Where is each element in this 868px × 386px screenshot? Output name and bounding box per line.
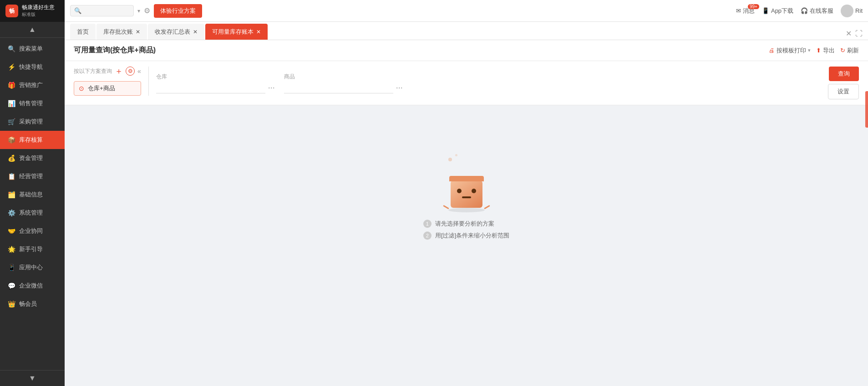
sidebar-item-basics[interactable]: 🗂️ 基础信息 (0, 185, 65, 204)
box-icon: 📦 (7, 136, 15, 144)
flash-icon: ⚡ (7, 63, 15, 71)
folder-icon: 🗂️ (7, 190, 15, 199)
sidebar-item-marketing[interactable]: 🎁 营销推广 (0, 76, 65, 94)
page-title: 可用量查询(按仓库+商品) (74, 46, 156, 55)
trial-button[interactable]: 体验行业方案 (154, 4, 202, 18)
sidebar-scroll-down[interactable]: ▼ (0, 372, 65, 384)
dropdown-chevron-icon[interactable]: ▾ (137, 8, 140, 14)
refresh-button[interactable]: ↻ 刷新 (840, 46, 859, 55)
filter-scheme-section: 按以下方案查询 ＋ ⚙ « ⊙ 仓库+商品 (74, 67, 149, 96)
settings-icon[interactable]: ⚙ (144, 6, 150, 15)
avatar (841, 5, 853, 17)
phone-icon: 📱 (7, 263, 15, 272)
filter-scheme-label: 按以下方案查询 ＋ ⚙ « (74, 67, 141, 76)
print-dropdown-icon[interactable]: ▾ (808, 47, 811, 53)
sidebar-item-enterprise[interactable]: 🤝 企业协同 (0, 222, 65, 240)
message-badge: 99+ (748, 4, 759, 9)
sidebar-item-appstore[interactable]: 📱 应用中心 (0, 258, 65, 277)
query-button[interactable]: 查询 (829, 67, 859, 81)
hint-number-2: 2 (423, 232, 431, 240)
tab-stock-summary[interactable]: 收发存汇总表 ✕ (148, 24, 204, 40)
sidebar-item-sales[interactable]: 📊 销售管理 (0, 94, 65, 113)
right-scroll-indicator[interactable] (865, 91, 868, 128)
search-icon: 🔍 (74, 7, 81, 14)
filter-fields: 仓库 ··· 商品 ··· 查询 设置 (156, 67, 859, 99)
app-version: 标准版 (22, 11, 55, 18)
topbar-search-box[interactable]: 🔍 (70, 5, 134, 16)
window-close-button[interactable]: ✕ (846, 29, 852, 38)
money-icon: 💰 (7, 154, 15, 162)
settings-button[interactable]: 设置 (828, 84, 859, 99)
sidebar-item-operations[interactable]: 📋 经营管理 (0, 167, 65, 185)
clipboard-icon: 📋 (7, 172, 15, 180)
headphone-icon: 🎧 (801, 7, 808, 14)
product-more-icon[interactable]: ··· (396, 83, 403, 93)
sidebar-item-purchase[interactable]: 🛒 采购管理 (0, 113, 65, 131)
chart-icon: 📊 (7, 99, 15, 108)
sidebar-scroll-up[interactable]: ▲ (0, 24, 65, 36)
empty-hints: 1 请先选择要分析的方案 2 用[过滤]条件来缩小分析范围 (423, 220, 509, 240)
printer-icon: 🖨 (769, 47, 775, 54)
chat-icon: 💬 (7, 282, 15, 290)
cart-icon: 🛒 (7, 118, 15, 126)
topbar-right: ✉ 消息 99+ 📱 App下载 🎧 在线客服 Rit (736, 5, 863, 17)
download-icon: 📱 (762, 7, 769, 14)
export-button[interactable]: ⬆ 导出 (816, 46, 835, 55)
tab-available-stock-close[interactable]: ✕ (256, 29, 261, 35)
filter-add-button[interactable]: ＋ (115, 67, 123, 75)
product-field: 商品 ··· (284, 73, 403, 93)
message-button[interactable]: ✉ 消息 99+ (736, 7, 755, 15)
filter-buttons: 查询 设置 (828, 67, 859, 99)
tab-batch[interactable]: 库存批次账 ✕ (96, 24, 147, 40)
refresh-icon: ↻ (840, 47, 845, 54)
sidebar-item-member[interactable]: 👑 畅会员 (0, 295, 65, 313)
warehouse-input[interactable] (156, 82, 265, 93)
tab-home[interactable]: 首页 (70, 24, 96, 40)
warehouse-more-icon[interactable]: ··· (268, 83, 275, 93)
sidebar-item-inventory[interactable]: 📦 库存核算 (0, 131, 65, 149)
app-name: 畅康通好生意 (22, 4, 55, 11)
filter-scheme-item[interactable]: ⊙ 仓库+商品 (74, 81, 141, 96)
sidebar-nav: 🔍 搜索菜单 ⚡ 快捷导航 🎁 营销推广 📊 销售管理 🛒 采购管理 📦 库存核… (0, 38, 65, 370)
sidebar-item-system[interactable]: ⚙️ 系统管理 (0, 204, 65, 222)
page-content: 可用量查询(按仓库+商品) 🖨 按模板打印 ▾ ⬆ 导出 ↻ 刷新 (65, 40, 868, 386)
main-content: 🔍 ▾ ⚙ 体验行业方案 ✉ 消息 99+ 📱 App下载 🎧 在线客服 Rit (65, 0, 868, 386)
warehouse-input-row: ··· (156, 82, 275, 93)
sidebar-item-search[interactable]: 🔍 搜索菜单 (0, 40, 65, 58)
sidebar-item-wechat[interactable]: 💬 企业微信 (0, 277, 65, 295)
filter-panel: 按以下方案查询 ＋ ⚙ « ⊙ 仓库+商品 仓库 (65, 61, 868, 105)
sidebar-item-shortcut[interactable]: ⚡ 快捷导航 (0, 58, 65, 76)
user-profile-button[interactable]: Rit (841, 5, 863, 17)
page-actions: 🖨 按模板打印 ▾ ⬆ 导出 ↻ 刷新 (769, 46, 859, 55)
handshake-icon: 🤝 (7, 227, 15, 235)
tab-stock-summary-close[interactable]: ✕ (193, 29, 198, 35)
star-icon: 🌟 (7, 245, 15, 253)
scheme-icon: ⊙ (79, 85, 84, 92)
tabs-bar: 首页 库存批次账 ✕ 收发存汇总表 ✕ 可用量库存账本 ✕ ✕ ⛶ (65, 22, 868, 40)
empty-hint-2: 2 用[过滤]条件来缩小分析范围 (423, 232, 509, 240)
product-input[interactable] (284, 82, 393, 93)
empty-state: 1 请先选择要分析的方案 2 用[过滤]条件来缩小分析范围 (65, 105, 868, 288)
sidebar-item-newbie[interactable]: 🌟 新手引导 (0, 240, 65, 258)
sidebar-header: 畅 畅康通好生意 标准版 (0, 0, 65, 22)
online-service-button[interactable]: 🎧 在线客服 (801, 7, 833, 15)
filter-collapse-button[interactable]: « (137, 67, 141, 75)
app-logo: 畅 (5, 5, 18, 17)
warehouse-field: 仓库 ··· (156, 73, 275, 93)
tab-available-stock[interactable]: 可用量库存账本 ✕ (205, 24, 268, 40)
tab-batch-close[interactable]: ✕ (136, 29, 140, 35)
export-icon: ⬆ (816, 47, 821, 54)
app-download-button[interactable]: 📱 App下载 (762, 7, 793, 15)
gear-icon: ⚙️ (7, 209, 15, 217)
sidebar-item-finance[interactable]: 💰 资金管理 (0, 149, 65, 167)
empty-illustration (439, 153, 494, 212)
empty-hint-1: 1 请先选择要分析的方案 (423, 220, 509, 228)
filter-set-button[interactable]: ⚙ (126, 67, 135, 76)
search-icon: 🔍 (7, 45, 15, 53)
hint-number-1: 1 (423, 220, 431, 228)
search-input[interactable] (84, 8, 130, 14)
window-expand-icon[interactable]: ⛶ (855, 30, 863, 38)
message-icon: ✉ (736, 7, 741, 14)
app-info: 畅康通好生意 标准版 (22, 4, 55, 18)
print-button[interactable]: 🖨 按模板打印 ▾ (769, 46, 811, 55)
